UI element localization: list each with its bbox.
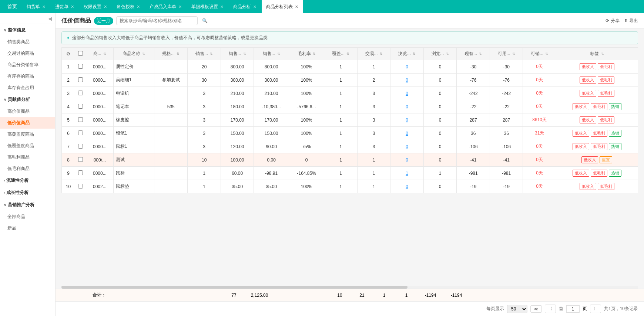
- sidebar-item-high-margin[interactable]: 高毛利商品: [0, 152, 55, 163]
- row-select-checkbox[interactable]: [78, 130, 83, 135]
- row-tags: 低收入低毛利: [556, 60, 638, 74]
- tag-label: 热销: [609, 130, 621, 137]
- row-view1[interactable]: 0: [390, 87, 424, 100]
- row-view1[interactable]: 0: [390, 153, 424, 167]
- row-checkbox[interactable]: [75, 100, 86, 113]
- row-code: 0000...: [86, 113, 114, 127]
- row-checkbox[interactable]: [75, 140, 86, 153]
- row-view1[interactable]: 0: [390, 60, 424, 74]
- row-checkbox[interactable]: [75, 167, 86, 180]
- price-column-header: 销售... ⇅: [221, 48, 254, 60]
- row-checkbox[interactable]: [75, 127, 86, 140]
- sidebar-section-overall[interactable]: ∨ 整体信息: [0, 24, 55, 36]
- search-icon[interactable]: 🔍: [202, 18, 208, 23]
- row-view1[interactable]: 0: [390, 113, 424, 127]
- row-select-checkbox[interactable]: [78, 144, 83, 149]
- row-checkbox[interactable]: [75, 60, 86, 74]
- share-button[interactable]: ⟳ 分享: [606, 18, 620, 24]
- sidebar-item-category-sales-rate[interactable]: 商品分类销售率: [0, 59, 55, 71]
- coverage-column-header: 覆盖... ⇅: [324, 48, 358, 60]
- row-checkbox[interactable]: [75, 113, 86, 127]
- nav-purchase-order[interactable]: 进货单 ✕: [51, 0, 78, 13]
- select-all-checkbox[interactable]: [78, 51, 83, 56]
- row-select-checkbox[interactable]: [78, 64, 83, 69]
- row-qty: 1: [188, 180, 221, 193]
- row-view1[interactable]: 1: [390, 167, 424, 180]
- close-icon[interactable]: ✕: [104, 4, 107, 9]
- row-select-checkbox[interactable]: [78, 184, 83, 188]
- row-name: 吴细细1: [113, 74, 154, 87]
- row-view1[interactable]: 0: [390, 180, 424, 193]
- row-name: 测试: [113, 153, 154, 167]
- row-view1[interactable]: 0: [390, 74, 424, 87]
- close-icon[interactable]: ✕: [42, 4, 46, 9]
- row-spec: [154, 60, 187, 74]
- nav-role-auth[interactable]: 角色授权 ✕: [112, 0, 144, 13]
- saleable-column-header: 可销... ⇅: [523, 48, 556, 60]
- row-checkbox[interactable]: [75, 87, 86, 100]
- nav-product-analysis[interactable]: 商品分析 ✕: [229, 0, 261, 13]
- sidebar-item-sales-products[interactable]: 销售类商品: [0, 36, 55, 48]
- sidebar-item-new-products[interactable]: 新品: [0, 222, 55, 234]
- row-coverage: 1: [324, 167, 358, 180]
- close-icon[interactable]: ✕: [71, 4, 74, 9]
- row-select-checkbox[interactable]: [78, 77, 83, 82]
- sidebar-section-marketing[interactable]: ∨ 营销推广分析: [0, 199, 55, 211]
- nav-sales-order[interactable]: 销货单 ✕: [22, 0, 50, 13]
- row-select-checkbox[interactable]: [78, 170, 83, 175]
- close-icon[interactable]: ✕: [295, 4, 298, 9]
- row-name: 属性定价: [113, 60, 154, 74]
- tag-label: 低毛利: [591, 143, 607, 150]
- nav-product-inbound[interactable]: 产成品入库单 ✕: [145, 0, 186, 13]
- settings-icon[interactable]: ⚙: [66, 51, 70, 57]
- sidebar-item-inventory-capital[interactable]: 库存资金占用: [0, 82, 55, 94]
- scrollbar-thumb[interactable]: [61, 286, 407, 289]
- sidebar-item-all-products[interactable]: 全部商品: [0, 211, 55, 222]
- sidebar-item-high-coverage[interactable]: 高覆盖度商品: [0, 129, 55, 140]
- prev-page-button[interactable]: 〈: [545, 305, 556, 313]
- table-footer: 合计： 77 2,125.00 10 21 1 1 -1194 -1194: [56, 289, 644, 301]
- settings-column-header[interactable]: ⚙: [62, 48, 75, 60]
- close-icon[interactable]: ✕: [253, 4, 256, 9]
- sidebar-collapse-btn[interactable]: ◀: [48, 16, 52, 21]
- sidebar-section-liquidity[interactable]: › 流通性分析: [0, 174, 55, 187]
- row-select-checkbox[interactable]: [78, 117, 83, 122]
- row-view1[interactable]: 0: [390, 127, 424, 140]
- close-icon[interactable]: ✕: [137, 4, 140, 9]
- tag-label: 热销: [609, 170, 621, 177]
- row-checkbox[interactable]: [75, 153, 86, 167]
- per-page-select[interactable]: 50 100: [507, 305, 527, 313]
- nav-permissions[interactable]: 权限设置 ✕: [79, 0, 111, 13]
- sidebar: ◀ ∨ 整体信息 销售类商品 交易过的商品 商品分类销售率 有库存的商品 库存资…: [0, 13, 56, 316]
- export-button[interactable]: ⬆ 导出: [624, 18, 638, 24]
- page-number-input[interactable]: [566, 305, 580, 313]
- next-page-button[interactable]: 〉: [590, 305, 601, 313]
- period-badge[interactable]: 近一月: [94, 17, 113, 25]
- row-checkbox[interactable]: [75, 74, 86, 87]
- close-icon[interactable]: ✕: [178, 4, 182, 9]
- close-icon[interactable]: ✕: [220, 4, 224, 9]
- row-select-checkbox[interactable]: [78, 104, 83, 109]
- nav-product-analysis-list[interactable]: 商品分析列表 ✕: [262, 0, 303, 13]
- checkbox-column-header[interactable]: [75, 48, 86, 60]
- row-view1[interactable]: 0: [390, 140, 424, 153]
- sidebar-item-stocked-products[interactable]: 有库存的商品: [0, 71, 55, 82]
- search-input[interactable]: [116, 16, 198, 25]
- first-page-button[interactable]: ≪: [530, 305, 542, 313]
- row-checkbox[interactable]: [75, 180, 86, 193]
- row-select-checkbox[interactable]: [78, 91, 83, 95]
- sidebar-section-contribution[interactable]: ∨ 贡献值分析: [0, 94, 55, 106]
- horizontal-scrollbar[interactable]: [61, 286, 638, 289]
- nav-home[interactable]: 首页: [3, 0, 21, 13]
- sidebar-section-growth[interactable]: › 成长性分析: [0, 187, 55, 199]
- sidebar-item-high-value[interactable]: 高价值商品: [0, 106, 55, 117]
- sidebar-item-low-value[interactable]: 低价值商品: [0, 117, 55, 129]
- row-days: 0天: [523, 60, 556, 74]
- row-view1[interactable]: 0: [390, 100, 424, 113]
- nav-template-settings[interactable]: 单据模板设置 ✕: [187, 0, 228, 13]
- sidebar-item-low-coverage[interactable]: 低覆盖度商品: [0, 140, 55, 152]
- sidebar-item-low-margin[interactable]: 低毛利商品: [0, 163, 55, 174]
- row-select-checkbox[interactable]: [78, 157, 83, 162]
- sidebar-item-traded-products[interactable]: 交易过的商品: [0, 48, 55, 59]
- row-name: 橡皮擦: [113, 113, 154, 127]
